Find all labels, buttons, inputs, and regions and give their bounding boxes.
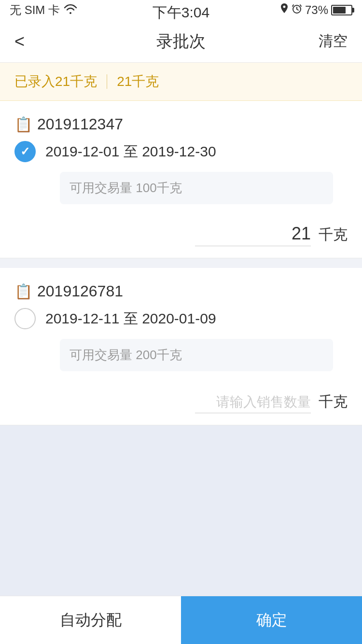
batch-1-unit: 千克 xyxy=(319,225,348,245)
recorded-label: 已录入21千克 xyxy=(14,72,97,91)
status-bar: 无 SIM 卡 下午3:04 73% xyxy=(0,0,362,20)
batch-2-row: 2019-12-11 至 2020-01-09 xyxy=(14,308,348,329)
info-amount: 21千克 xyxy=(117,72,159,91)
batch-2-qty-input[interactable] xyxy=(214,391,311,411)
status-left: 无 SIM 卡 xyxy=(10,2,77,18)
confirm-button[interactable]: 确定 xyxy=(181,596,362,644)
info-divider xyxy=(107,74,107,89)
batch-2-header: 📋 2019126781 xyxy=(14,282,348,300)
battery-text: 73% xyxy=(305,3,328,17)
batch-1-available: 可用交易量 100千克 xyxy=(60,172,333,204)
batch-2-available: 可用交易量 200千克 xyxy=(60,339,333,371)
location-icon xyxy=(280,3,289,17)
info-banner: 已录入21千克 21千克 xyxy=(0,63,362,101)
nav-bar: < 录批次 清空 xyxy=(0,20,362,63)
back-button[interactable]: < xyxy=(14,31,43,52)
carrier-text: 无 SIM 卡 xyxy=(10,2,60,18)
svg-line-2 xyxy=(297,9,298,10)
batch-2-id: 2019126781 xyxy=(37,282,123,300)
batch-1-row: 2019-12-01 至 2019-12-30 xyxy=(14,141,348,162)
batch-1-dates: 2019-12-01 至 2019-12-30 xyxy=(45,142,216,162)
batch-1-card: 📋 2019112347 2019-12-01 至 2019-12-30 可用交… xyxy=(0,101,362,258)
batch-1-header: 📋 2019112347 xyxy=(14,115,348,133)
batch-2-unit: 千克 xyxy=(319,392,348,412)
wifi-icon xyxy=(64,3,77,17)
auto-distribute-button[interactable]: 自动分配 xyxy=(0,596,181,644)
batch-1-radio[interactable] xyxy=(14,141,36,162)
batch-1-qty-row: 千克 xyxy=(0,216,362,258)
bottom-bar: 自动分配 确定 xyxy=(0,596,362,644)
clear-button[interactable]: 清空 xyxy=(319,31,348,51)
batch-2-item: 📋 2019126781 2019-12-11 至 2020-01-09 可用交… xyxy=(0,268,362,371)
status-time: 下午3:04 xyxy=(153,3,209,23)
batch-2-icon: 📋 xyxy=(14,283,32,300)
batch-1-icon: 📋 xyxy=(14,116,32,133)
batch-2-dates: 2019-12-11 至 2020-01-09 xyxy=(45,309,216,329)
batch-1-id: 2019112347 xyxy=(37,115,123,133)
alarm-icon xyxy=(292,3,302,17)
batch-2-radio[interactable] xyxy=(14,308,36,329)
batch-1-qty-input[interactable] xyxy=(214,224,311,244)
status-right: 73% xyxy=(280,3,352,17)
page-title: 录批次 xyxy=(156,30,206,53)
batch-1-item: 📋 2019112347 2019-12-01 至 2019-12-30 可用交… xyxy=(0,101,362,204)
battery-icon xyxy=(331,5,352,15)
batch-1-underline xyxy=(195,224,311,246)
batch-2-qty-row: 千克 xyxy=(0,383,362,425)
batch-2-card: 📋 2019126781 2019-12-11 至 2020-01-09 可用交… xyxy=(0,268,362,425)
section-gap-1 xyxy=(0,258,362,268)
batch-2-underline xyxy=(195,391,311,413)
